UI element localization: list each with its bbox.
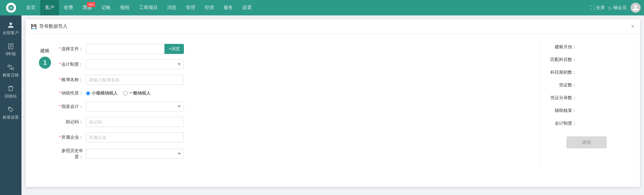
form-section: *选择文件： +浏览 *会计制度： [56,44,184,165]
sidebar-item-transfer[interactable]: 账套迁移 [0,61,21,81]
fullscreen-icon: ⛶ [590,5,595,10]
step-section: 建账 1 *选择文件： +浏览 [39,44,519,165]
dialog-body: 建账 1 *选择文件： +浏览 [26,34,640,175]
form-row-accounting: *会计制度： [56,59,184,69]
nav-item-home[interactable]: 首页 [21,0,40,15]
file-label: *选择文件： [56,46,83,52]
person-icon [7,21,14,29]
tag-icon [7,106,14,113]
build-month-label: 建账月份： [546,44,577,50]
voucher-label: 凭证数： [546,82,577,88]
sidebar-item-label: 0申报 [6,51,16,57]
nav-item-fees[interactable]: 收费 [59,0,78,15]
tax-radio-group: 小规模纳税人 一般纳税人 [86,90,184,96]
ref-year-select[interactable] [86,149,184,159]
small-taxpayer-radio[interactable] [86,91,90,95]
small-taxpayer-option[interactable]: 小规模纳税人 [86,90,118,96]
form-row-company: *所属企业： [56,132,184,142]
info-row-subject-init: 科目期初数： [546,69,627,75]
memo-label: 助记码： [56,119,83,125]
report-icon [7,43,14,50]
info-row-match-subjects: 匹配科目数： [546,57,627,63]
info-row-build-month: 建账月份： [546,44,627,50]
sidebar-item-zero-report[interactable]: 0申报 [0,40,21,60]
accountant-select[interactable] [86,102,184,112]
aux-label: 辅助核算： [546,108,577,114]
nav-right: ⛶ 全屏 ▷ 畅会员 [590,3,641,13]
nav-item-clients[interactable]: 客户 [40,0,59,15]
form-row-memo: 助记码： [56,117,184,127]
dialog-header: 💾 导爷数据导入 [26,19,640,34]
company-input[interactable] [86,132,184,142]
nav-item-messages[interactable]: 消息 [162,0,181,15]
logo [3,0,19,15]
nav-item-tax[interactable]: 报税 [115,0,134,15]
memo-input[interactable] [86,117,184,127]
accounting-system-label: 会计制度： [546,120,577,126]
sidebar-item-label: 回收站 [5,93,17,99]
nav-item-bookkeeping[interactable]: 记账 [97,0,115,15]
sidebar-item-label: 标签设置 [3,115,19,120]
logo-icon [6,3,16,13]
build-account-button[interactable]: 建账 [566,136,607,148]
form-row-ref-year: 参照历史年度： [56,148,184,160]
sidebar-item-label: 账套迁移 [3,72,19,78]
subject-init-label: 科目期初数： [546,69,577,75]
company-label: *所属企业： [56,134,83,140]
transfer-icon [7,64,14,71]
main-layout: 全部客户 0申报 账套迁移 回收站 标签设置 [0,15,644,195]
sidebar-item-all-clients[interactable]: 全部客户 [0,19,21,39]
top-nav: 首页 客户 收费 票据 new 记账 报税 工商项目 消息 管理 经营 [0,0,644,15]
member-btn[interactable]: ▷ 畅会员 [609,5,627,11]
file-input-wrap: +浏览 [86,44,184,54]
content-area: 💾 导爷数据导入 × 建账 1 *选择文件： [21,15,644,195]
form-row-ledger: *账簿名称： [56,75,184,85]
step-label: 建账 [40,45,50,54]
file-input[interactable] [86,44,164,54]
form-row-accountant: *指派会计： [56,102,184,112]
fullscreen-btn[interactable]: ⛶ 全屏 [590,5,605,11]
general-taxpayer-option[interactable]: 一般纳税人 [123,90,151,96]
dialog-title: 导爷数据导入 [39,23,67,29]
ref-year-label: 参照历史年度： [56,148,83,160]
new-badge: new [87,2,95,7]
import-dialog: 💾 导爷数据导入 × 建账 1 *选择文件： [26,19,640,187]
nav-item-management[interactable]: 管理 [181,0,200,15]
sidebar: 全部客户 0申报 账套迁移 回收站 标签设置 [0,15,21,195]
ledger-name-input[interactable] [86,75,184,85]
step-circle: 1 [39,57,51,69]
nav-item-services[interactable]: 服务 [219,0,238,15]
info-section: 建账月份： 匹配科目数： 科目期初数： 凭证数： [539,44,627,165]
nav-item-tickets[interactable]: 票据 new [78,0,97,15]
nav-item-operations[interactable]: 经营 [200,0,219,15]
info-row-voucher-entries: 凭证分录数： [546,95,627,101]
trash-icon [7,85,14,92]
general-taxpayer-radio[interactable] [123,91,128,95]
import-icon: 💾 [31,24,37,29]
voucher-entries-label: 凭证分录数： [546,95,577,101]
avatar[interactable] [631,3,641,13]
sidebar-item-label: 全部客户 [3,30,19,36]
nav-items: 首页 客户 收费 票据 new 记账 报税 工商项目 消息 管理 经营 [21,0,590,15]
accountant-label: *指派会计： [56,104,83,110]
nav-item-business[interactable]: 工商项目 [134,0,162,15]
accounting-label: *会计制度： [56,61,83,67]
tax-label: *纳税性质： [56,90,83,96]
browse-button[interactable]: +浏览 [164,44,184,54]
nav-item-settings[interactable]: 设置 [238,0,256,15]
close-button[interactable]: × [631,23,635,29]
info-row-voucher: 凭证数： [546,82,627,88]
accounting-system-select[interactable] [86,59,184,69]
sidebar-item-recycle[interactable]: 回收站 [0,82,21,102]
form-row-tax: *纳税性质： 小规模纳税人 一般纳税人 [56,90,184,96]
sidebar-item-tags[interactable]: 标签设置 [0,103,21,123]
info-row-aux: 辅助核算： [546,108,627,114]
info-row-accounting-system: 会计制度： [546,120,627,126]
match-subjects-label: 匹配科目数： [546,57,577,63]
svg-rect-4 [8,65,10,67]
play-icon: ▷ [609,5,612,10]
form-row-file: *选择文件： +浏览 [56,44,184,54]
ledger-label: *账簿名称： [56,77,83,83]
svg-rect-5 [12,68,14,70]
